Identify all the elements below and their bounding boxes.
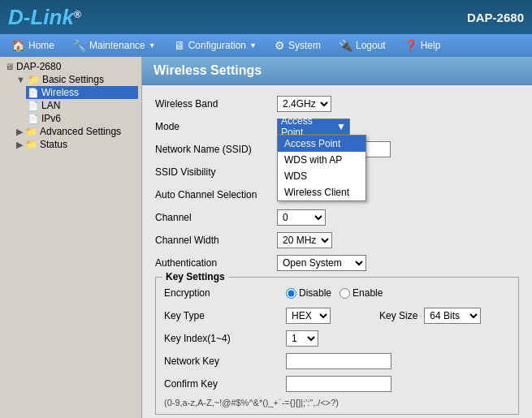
confirm-key-input[interactable] xyxy=(286,376,391,392)
encryption-label: Encryption xyxy=(164,287,286,299)
model-name: DAP-2680 xyxy=(467,11,524,24)
channel-label: Channel xyxy=(155,212,277,223)
ssid-visibility-label: SSID Visibility xyxy=(155,166,277,178)
auth-row: Authentication Open System WPA-Personal xyxy=(155,254,519,272)
channel-width-select[interactable]: 20 MHz 40 MHz xyxy=(277,232,332,248)
header: D-Link® DAP-2680 xyxy=(0,0,532,34)
encryption-control: Disable Enable xyxy=(286,287,383,299)
wireless-band-label: Wireless Band xyxy=(155,98,277,110)
logo: D-Link® xyxy=(8,5,81,30)
key-size-select[interactable]: 64 Bits 128 Bits xyxy=(424,308,481,324)
key-size-label: Key Size xyxy=(379,310,417,321)
encryption-disable-label: Disable xyxy=(299,287,331,299)
encryption-disable-item: Disable xyxy=(286,287,331,299)
encryption-disable-radio[interactable] xyxy=(286,288,296,299)
logout-icon: 🔌 xyxy=(339,39,353,52)
encryption-radio-group: Disable Enable xyxy=(286,287,383,299)
channel-width-row: Channel Width 20 MHz 40 MHz xyxy=(155,231,519,249)
nav-home[interactable]: 🏠 Home xyxy=(3,37,63,54)
mode-dropdown-arrow-icon: ▼ xyxy=(336,121,346,132)
key-settings-legend: Key Settings xyxy=(162,271,228,282)
basic-settings-label: Basic Settings xyxy=(42,74,104,85)
channel-width-label: Channel Width xyxy=(155,235,277,246)
advanced-folder-icon: 📁 xyxy=(25,126,37,137)
channel-width-control: 20 MHz 40 MHz xyxy=(277,232,332,248)
ipv6-label: IPv6 xyxy=(41,113,61,124)
advanced-settings-label: Advanced Settings xyxy=(40,126,121,137)
key-type-select[interactable]: HEX ASCII xyxy=(286,308,331,324)
mode-option-wds-with-ap[interactable]: WDS with AP xyxy=(278,152,365,168)
sidebar-root[interactable]: 🖥 DAP-2680 xyxy=(3,60,138,73)
sidebar-item-wireless[interactable]: 📄 Wireless xyxy=(26,86,138,99)
system-icon: ⚙ xyxy=(275,39,285,52)
mode-dropdown-button[interactable]: Access Point ▼ xyxy=(277,119,350,135)
mode-option-wds[interactable]: WDS xyxy=(278,168,365,184)
help-icon: ❓ xyxy=(404,39,417,52)
mode-option-access-point[interactable]: Access Point xyxy=(278,136,365,152)
expand-icon: ▼ xyxy=(16,75,25,84)
sidebar-item-status[interactable]: ▶ 📁 Status xyxy=(15,138,138,151)
basic-settings-children: 📄 Wireless 📄 LAN 📄 IPv6 xyxy=(15,86,138,125)
page-title: Wireless Settings xyxy=(142,57,532,85)
key-index-row: Key Index(1~4) 1 2 3 4 xyxy=(164,330,510,347)
wireless-label: Wireless xyxy=(41,87,79,98)
key-settings-box: Key Settings Encryption Disable Enab xyxy=(155,277,519,415)
encryption-enable-item: Enable xyxy=(340,287,383,299)
key-size-group: Key Size 64 Bits 128 Bits xyxy=(379,308,481,324)
content-area: Wireless Settings Wireless Band 2.4GHz 5… xyxy=(142,57,532,418)
nav-configuration[interactable]: 🖥 Configuration ▼ xyxy=(166,37,265,54)
wireless-band-control: 2.4GHz 5GHz xyxy=(277,96,331,112)
network-key-input[interactable] xyxy=(286,353,391,369)
folder-icon: 📁 xyxy=(28,74,40,85)
home-icon: 🏠 xyxy=(11,39,25,52)
navbar: 🏠 Home 🔧 Maintenance ▼ 🖥 Configuration ▼… xyxy=(0,34,532,57)
main-layout: 🖥 DAP-2680 ▼ 📁 Basic Settings 📄 Wireless… xyxy=(0,57,532,418)
key-type-row: Key Type HEX ASCII Key Size 64 Bits 128 … xyxy=(164,307,510,325)
network-key-control xyxy=(286,353,391,369)
sidebar: 🖥 DAP-2680 ▼ 📁 Basic Settings 📄 Wireless… xyxy=(0,57,142,418)
configuration-arrow-icon: ▼ xyxy=(249,41,257,50)
confirm-key-label: Confirm Key xyxy=(164,378,286,390)
lan-label: LAN xyxy=(41,100,60,111)
ssid-label: Network Name (SSID) xyxy=(155,144,277,155)
key-type-label: Key Type xyxy=(164,310,286,321)
channel-select[interactable]: 0 xyxy=(277,209,326,226)
nav-logout-label: Logout xyxy=(356,40,386,51)
sidebar-item-advanced-settings[interactable]: ▶ 📁 Advanced Settings xyxy=(15,125,138,138)
confirm-key-row: Confirm Key xyxy=(164,375,510,393)
key-index-select[interactable]: 1 2 3 4 xyxy=(286,330,318,347)
nav-system[interactable]: ⚙ System xyxy=(266,37,329,54)
advanced-expand-icon: ▶ xyxy=(16,127,23,137)
network-key-label: Network Key xyxy=(164,356,286,367)
wireless-file-icon: 📄 xyxy=(28,88,39,98)
maintenance-arrow-icon: ▼ xyxy=(149,41,156,50)
mode-control: Access Point ▼ Access Point WDS with AP … xyxy=(277,119,350,135)
sidebar-item-basic-settings[interactable]: ▼ 📁 Basic Settings xyxy=(15,73,138,86)
wireless-band-select[interactable]: 2.4GHz 5GHz xyxy=(277,96,331,112)
ipv6-file-icon: 📄 xyxy=(28,114,39,124)
nav-maintenance-label: Maintenance xyxy=(89,40,145,51)
mode-option-wireless-client[interactable]: Wireless Client xyxy=(278,184,365,200)
wireless-band-row: Wireless Band 2.4GHz 5GHz xyxy=(155,95,519,113)
auth-label: Authentication xyxy=(155,257,277,269)
mode-dropdown-container: Access Point ▼ Access Point WDS with AP … xyxy=(277,119,350,135)
encryption-enable-radio[interactable] xyxy=(340,288,350,299)
sidebar-item-ipv6[interactable]: 📄 IPv6 xyxy=(26,112,138,125)
nav-help[interactable]: ❓ Help xyxy=(396,37,449,54)
auto-channel-label: Auto Channel Selection xyxy=(155,189,277,200)
channel-row: Channel 0 xyxy=(155,209,519,226)
content-body: Wireless Band 2.4GHz 5GHz Mode Access Po… xyxy=(142,85,532,418)
nav-maintenance[interactable]: 🔧 Maintenance ▼ xyxy=(64,37,164,54)
channel-control: 0 xyxy=(277,209,326,226)
auth-control: Open System WPA-Personal xyxy=(277,255,366,271)
sidebar-item-lan[interactable]: 📄 LAN xyxy=(26,99,138,112)
auth-select[interactable]: Open System WPA-Personal xyxy=(277,255,366,271)
mode-label: Mode xyxy=(155,121,277,132)
lan-file-icon: 📄 xyxy=(28,101,39,111)
key-index-label: Key Index(1~4) xyxy=(164,333,286,344)
confirm-key-control xyxy=(286,376,391,392)
mode-row: Mode Access Point ▼ Access Point WDS wit… xyxy=(155,118,519,136)
status-folder-icon: 📁 xyxy=(25,139,37,150)
key-index-control: 1 2 3 4 xyxy=(286,330,318,347)
nav-logout[interactable]: 🔌 Logout xyxy=(331,37,394,54)
